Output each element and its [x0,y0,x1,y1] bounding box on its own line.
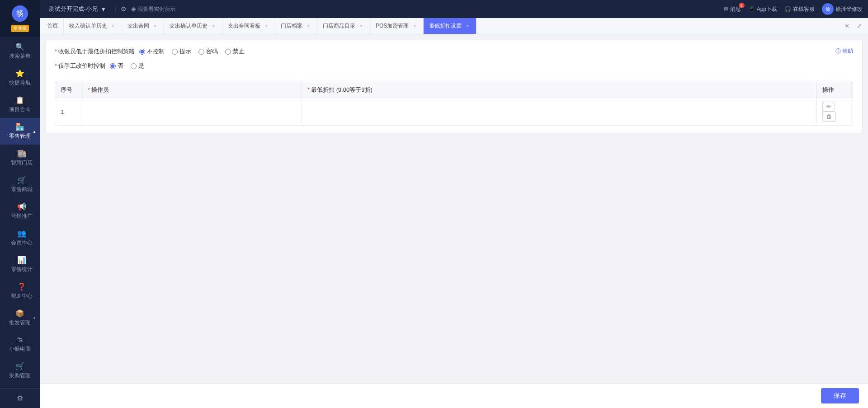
sidebar-item-purchase[interactable]: 🛒采购管理 [0,357,40,384]
tabbar: 首页收入确认单历史×支出合同×支出确认单历史×支出合同看板×门店档案×门店商品目… [40,18,868,34]
app-download-button[interactable]: 📱 App下载 [748,5,777,13]
discount-radio-password[interactable] [198,49,204,55]
tab-min_discount[interactable]: 最低折扣设置× [424,18,476,34]
tab-close-store_product_catalog[interactable]: × [358,23,364,29]
discount-radio-forbidden[interactable] [225,49,231,55]
sidebar-item-smart_store[interactable]: 🏬智慧门店 [0,145,40,171]
manual-price-options: 否是 [110,62,144,70]
project_contract-icon: 📋 [15,96,24,104]
tab-store_product_catalog[interactable]: 门店商品目录× [317,18,370,34]
maximize-tab-button[interactable]: ⤢ [854,21,864,31]
col-actions: 操作 [817,82,853,98]
topbar-right: ✉ 消息 8 📱 App下载 🎧 在线客服 徐 徐泽华修改 [724,3,863,15]
member_center-icon: 👥 [17,229,26,238]
settings-icon[interactable]: ⚙ [17,394,23,403]
sidebar-item-inventory[interactable]: 📋库存核算 [0,384,40,388]
sidebar-item-retail_stats[interactable]: 📊零售统计 [0,251,40,278]
manual-price-option-no[interactable]: 否 [110,62,123,70]
cell-operator [82,98,302,126]
bottom-bar: 保存 [40,383,868,408]
tab-close-min_discount[interactable]: × [464,23,471,29]
help-link[interactable]: ⓘ 帮助 [835,47,853,55]
project-settings-icon[interactable]: ⚙ [121,5,127,13]
purchase-icon: 🛒 [15,362,24,370]
messages-button[interactable]: ✉ 消息 8 [724,5,741,13]
dropdown-icon: ▼ [100,6,106,13]
search-icon: 🔍 [15,42,24,51]
project-selector[interactable]: 测试分开完成-小兄 ▼ [45,3,110,15]
edit-row-button[interactable]: ✏ [822,102,835,112]
manual-price-option-yes[interactable]: 是 [131,62,144,70]
col-seq: 序号 [55,82,82,98]
discount-table: 序号 *操作员 *最低折扣 (9.00等于9折) 操作 1 [55,82,853,126]
shortcut-icon: ⭐ [15,69,24,78]
close-tab-button[interactable]: ✕ [842,21,852,31]
logo-icon: 畅 [12,5,28,22]
cell-min-discount [302,98,817,126]
sidebar-item-retail_management[interactable]: 🏪零售管理 [0,118,40,145]
tab-label-payment_contract_board: 支出合同看板 [228,22,260,30]
col-operator: *操作员 [82,82,302,98]
headset-icon: 🎧 [784,6,791,12]
tab-close-payment_confirm_history[interactable]: × [210,23,217,29]
demo-link[interactable]: ◉ 我要看实例演示 [131,5,175,13]
help-icon: ⓘ [835,47,841,55]
tab-income_history[interactable]: 收入确认单历史× [64,18,122,34]
tab-close-store_archive[interactable]: × [305,23,311,29]
sidebar-bottom: ⚙ [0,388,40,408]
small_ecommerce-icon: 🛍 [16,336,24,344]
manual-price-label: *仅手工改价时控制 [55,62,105,70]
sidebar-item-small_ecommerce[interactable]: 🛍小畅电商 [0,331,40,357]
tab-pos_password[interactable]: POS加密管理× [370,18,424,34]
demo-text: 我要看实例演示 [137,5,175,13]
sidebar-item-marketing[interactable]: 📢营销推广 [0,198,40,225]
retail_management-icon: 🏪 [15,122,24,131]
tab-payment_confirm_history[interactable]: 支出确认单历史× [164,18,222,34]
tab-close-payment_contract[interactable]: × [152,23,158,29]
main-area: 测试分开完成-小兄 ▼ | ⚙ ◉ 我要看实例演示 ✉ 消息 8 📱 App下载… [40,0,868,408]
cell-seq: 1 [55,98,82,126]
page-content: *收银员低于最低折扣控制策略 不控制提示密码禁止 *仅手工改价时控制 否是 [40,34,868,383]
tab-payment_contract[interactable]: 支出合同× [122,18,164,34]
project-name: 测试分开完成-小兄 [49,5,98,13]
sidebar-item-search[interactable]: 🔍搜索菜单 [0,38,40,65]
delete-row-button[interactable]: 🗑 [822,112,836,122]
tab-close-income_history[interactable]: × [110,23,116,29]
tab-payment_contract_board[interactable]: 支出合同看板× [222,18,275,34]
user-menu[interactable]: 徐 徐泽华修改 [822,3,863,15]
topbar: 测试分开完成-小兄 ▼ | ⚙ ◉ 我要看实例演示 ✉ 消息 8 📱 App下载… [40,0,868,18]
tabbar-actions: ✕ ⤢ [842,18,866,34]
discount-option-prompt[interactable]: 提示 [172,47,191,56]
sidebar-item-retail_mall[interactable]: 🛒零售商城 [0,171,40,198]
tab-home[interactable]: 首页 [42,18,64,34]
discount-control-options: 不控制提示密码禁止 [139,47,245,56]
sidebar-item-wholesale[interactable]: 📦批发管理 [0,305,40,331]
marketing-icon: 📢 [17,202,26,211]
table-row: 1 ✏ 🗑 [55,98,853,126]
tab-label-store_product_catalog: 门店商品目录 [323,22,355,30]
sidebar-item-help_center[interactable]: ❓帮助中心 [0,278,40,305]
save-button[interactable]: 保存 [821,388,859,403]
tab-label-min_discount: 最低折扣设置 [429,22,462,30]
tab-store_archive[interactable]: 门店档案× [275,18,317,34]
help_center-icon: ❓ [17,282,26,291]
demo-circle-icon: ◉ [131,6,136,12]
manual-price-radio-yes[interactable] [131,63,137,69]
sidebar-item-shortcut[interactable]: ⭐快捷导航 [0,65,40,91]
online-service-button[interactable]: 🎧 在线客服 [784,5,815,13]
sidebar-item-member_center[interactable]: 👥会员中心 [0,225,40,251]
retail_stats-icon: 📊 [17,256,26,264]
smart_store-icon: 🏬 [17,149,26,158]
discount-option-no_control[interactable]: 不控制 [139,47,165,56]
tab-label-payment_confirm_history: 支出确认单历史 [170,22,208,30]
discount-radio-prompt[interactable] [172,49,178,55]
manual-price-radio-no[interactable] [110,63,116,69]
tab-close-payment_contract_board[interactable]: × [263,23,269,29]
sidebar-logo: 畅 专业版 [0,0,40,38]
discount-radio-no_control[interactable] [139,49,145,55]
discount-option-password[interactable]: 密码 [198,47,218,56]
discount-option-forbidden[interactable]: 禁止 [225,47,245,56]
avatar: 徐 [822,3,834,15]
tab-close-pos_password[interactable]: × [411,23,418,29]
sidebar-item-project_contract[interactable]: 📋项目合同 [0,91,40,118]
